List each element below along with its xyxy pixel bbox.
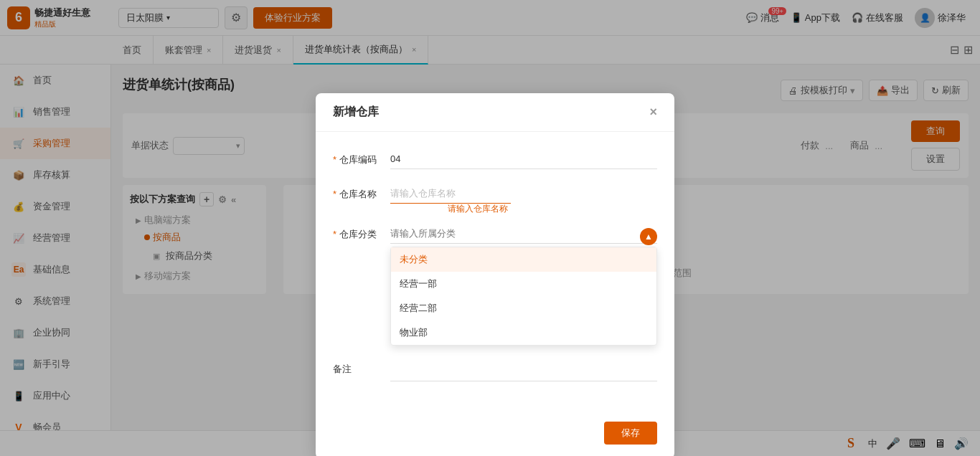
form-row-note: 备注 <box>333 358 657 381</box>
warehouse-name-input[interactable] <box>390 184 511 204</box>
modal-footer: 保存 <box>316 413 674 456</box>
category-dropdown-toggle[interactable]: ▲ <box>640 228 657 245</box>
dropdown-option-dept2[interactable]: 经营二部 <box>391 296 656 320</box>
modal-header: 新增仓库 × <box>316 93 674 132</box>
dropdown-option-uncategorized[interactable]: 未分类 <box>391 247 656 272</box>
category-label: * 仓库分类 <box>333 224 390 241</box>
name-label: * 仓库名称 <box>333 184 390 201</box>
modal-close-button[interactable]: × <box>649 105 657 120</box>
modal-title: 新增仓库 <box>333 105 379 120</box>
category-input[interactable] <box>390 224 657 244</box>
modal-body: * 仓库编码 * 仓库名称 请输入仓库名称 * 仓库分类 ▲ <box>316 132 674 413</box>
code-label: * 仓库编码 <box>333 149 390 166</box>
note-textarea[interactable] <box>390 358 657 381</box>
category-select-wrapper: ▲ 未分类 经营一部 经营二部 物业部 <box>390 224 657 244</box>
name-error-message: 请输入仓库名称 <box>448 203 508 215</box>
form-row-name: * 仓库名称 请输入仓库名称 <box>333 184 657 204</box>
note-label: 备注 <box>333 358 390 376</box>
dropdown-option-dept3[interactable]: 物业部 <box>391 320 656 345</box>
save-button[interactable]: 保存 <box>604 422 657 445</box>
form-row-code: * 仓库编码 <box>333 149 657 169</box>
dropdown-option-dept1[interactable]: 经营一部 <box>391 272 656 296</box>
category-dropdown-list: 未分类 经营一部 经营二部 物业部 <box>390 247 657 346</box>
modal-add-warehouse: 新增仓库 × * 仓库编码 * 仓库名称 请输入仓库名称 * <box>316 93 674 456</box>
name-field-wrapper: 请输入仓库名称 <box>390 184 657 204</box>
warehouse-code-input[interactable] <box>390 149 657 169</box>
form-row-category: * 仓库分类 ▲ 未分类 经营一部 经营二部 物业部 <box>333 224 657 244</box>
